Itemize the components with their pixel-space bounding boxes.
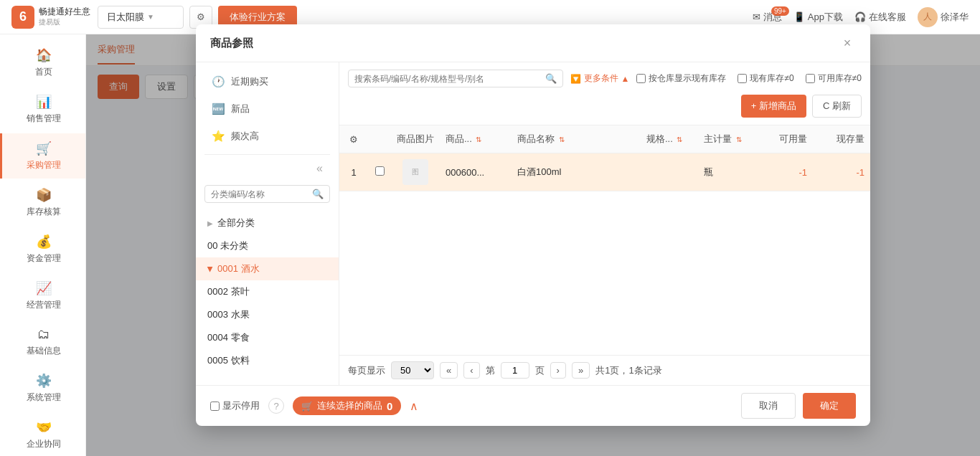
cb-warehouse-stock-input[interactable] bbox=[636, 74, 646, 83]
tree-item-snack[interactable]: 0004 零食 bbox=[196, 326, 339, 349]
col-avail-header: 可用量 bbox=[755, 125, 813, 153]
message-item[interactable]: ✉ 消息 99+ bbox=[753, 11, 782, 24]
cb-usable-stock-input[interactable] bbox=[806, 74, 815, 83]
col-check bbox=[368, 125, 391, 153]
prev-page-button[interactable]: ‹ bbox=[463, 362, 479, 379]
sidebar-item-operations[interactable]: 📈 经营管理 bbox=[0, 273, 85, 318]
filter-more-button[interactable]: 🔽 更多条件 ▲ bbox=[570, 72, 630, 85]
main-layout: 🏠 首页 📊 销售管理 🛒 采购管理 📦 库存核算 💰 资金管理 📈 经营管理 … bbox=[0, 34, 980, 456]
sidebar-label-purchase: 采购管理 bbox=[27, 159, 61, 171]
cb-available-stock-input[interactable] bbox=[738, 74, 747, 83]
show-disabled-checkbox[interactable]: 显示停用 bbox=[210, 399, 260, 412]
tree-item-all[interactable]: ▶ 全部分类 bbox=[196, 212, 339, 234]
close-icon[interactable]: × bbox=[839, 34, 856, 52]
nav-dropdown[interactable]: 日太阳膜 ▼ bbox=[98, 6, 184, 29]
page-input[interactable] bbox=[501, 362, 529, 379]
pagination-bar: 每页显示 20 50 100 « ‹ 第 页 › » 共1页，1条记录 bbox=[339, 355, 870, 385]
category-tree: ▶ 全部分类 00 未分类 ▶ 0001 酒水 0002 茶叶 bbox=[196, 209, 339, 378]
product-reference-modal: 商品参照 × 🕐 近期购买 🆕 新品 bbox=[196, 24, 870, 426]
sidebar-item-collab[interactable]: 🤝 企业协同 bbox=[0, 412, 85, 456]
cb-warehouse-stock[interactable]: 按仓库显示现有库存 bbox=[636, 72, 726, 85]
help-icon[interactable]: ? bbox=[268, 398, 284, 414]
tab-recent-buy[interactable]: 🕐 近期购买 bbox=[204, 70, 330, 94]
sidebar-item-home[interactable]: 🏠 首页 bbox=[0, 40, 85, 85]
tree-arrow-all: ▶ bbox=[207, 219, 213, 227]
row-checkbox[interactable] bbox=[375, 166, 385, 176]
collapse-panel-button[interactable]: « bbox=[312, 161, 327, 176]
first-page-button[interactable]: « bbox=[440, 362, 458, 379]
sidebar-item-system[interactable]: ⚙️ 系统管理 bbox=[0, 366, 85, 411]
tree-label-snack: 0004 零食 bbox=[207, 331, 250, 344]
sidebar-item-inventory[interactable]: 📦 库存核算 bbox=[0, 180, 85, 225]
username: 徐泽华 bbox=[941, 11, 969, 24]
product-search-icon[interactable]: 🔍 bbox=[545, 73, 557, 84]
tree-label-liquor: 0001 酒水 bbox=[217, 262, 260, 275]
service-icon: 🎧 bbox=[854, 11, 866, 22]
logo-text: 畅捷通好生意 bbox=[39, 6, 90, 18]
tree-item-liquor[interactable]: ▶ 0001 酒水 bbox=[196, 257, 339, 280]
cancel-button[interactable]: 取消 bbox=[741, 393, 796, 419]
col-unit-header[interactable]: 主计量 ⇅ bbox=[698, 125, 755, 153]
sidebar-item-purchase[interactable]: 🛒 采购管理 bbox=[0, 133, 85, 179]
product-table-area: ⚙ 商品图片 商品... ⇅ 商品名称 ⇅ bbox=[339, 125, 870, 355]
row-unit: 瓶 bbox=[698, 153, 755, 191]
filter-more-label: 更多条件 bbox=[584, 72, 618, 85]
tab-new-product[interactable]: 🆕 新品 bbox=[204, 97, 330, 121]
sidebar-item-finance[interactable]: 💰 资金管理 bbox=[0, 227, 85, 272]
tab-new-product-label: 新品 bbox=[231, 103, 250, 115]
product-search-input[interactable] bbox=[354, 74, 541, 84]
service-item[interactable]: 🎧 在线客服 bbox=[854, 11, 906, 24]
col-code-header[interactable]: 商品... ⇅ bbox=[440, 125, 512, 153]
sidebar-item-basics[interactable]: 🗂 基础信息 bbox=[0, 320, 85, 364]
table-row[interactable]: 1 图 000600... 白酒100ml bbox=[339, 153, 870, 191]
tree-label-all: 全部分类 bbox=[217, 217, 255, 229]
category-search-icon[interactable]: 🔍 bbox=[312, 189, 324, 199]
page-size-select[interactable]: 20 50 100 bbox=[391, 361, 434, 379]
col-name-header[interactable]: 商品名称 ⇅ bbox=[512, 125, 641, 153]
left-panel: 🕐 近期购买 🆕 新品 ⭐ 频次高 bbox=[196, 62, 339, 385]
recent-buy-icon: 🕐 bbox=[212, 75, 225, 88]
col-spec-label: 规格... bbox=[646, 133, 673, 144]
operations-icon: 📈 bbox=[36, 280, 52, 296]
user-item[interactable]: 人 徐泽华 bbox=[918, 7, 969, 27]
show-disabled-input[interactable] bbox=[210, 402, 220, 411]
cart-area[interactable]: 🛒 连续选择的商品 0 bbox=[293, 396, 401, 415]
sidebar-item-sales[interactable]: 📊 销售管理 bbox=[0, 87, 85, 132]
tree-item-tea[interactable]: 0002 茶叶 bbox=[196, 280, 339, 303]
tree-item-fruit[interactable]: 0003 水果 bbox=[196, 303, 339, 326]
logo-area: 6 畅捷通好生意 捷易版 bbox=[11, 6, 98, 29]
sidebar-label-inventory: 库存核算 bbox=[27, 206, 61, 218]
cb-usable-stock[interactable]: 可用库存≠0 bbox=[806, 72, 862, 85]
col-spec-sort-icon: ⇅ bbox=[677, 136, 682, 143]
row-avail: -1 bbox=[755, 153, 813, 191]
cb-available-stock[interactable]: 现有库存≠0 bbox=[738, 72, 793, 85]
add-product-button[interactable]: + 新增商品 bbox=[741, 95, 806, 118]
row-checkbox-cell[interactable] bbox=[368, 153, 391, 191]
checkbox-group: 按仓库显示现有库存 现有库存≠0 可用库存≠0 bbox=[636, 72, 862, 85]
tab-high-freq[interactable]: ⭐ 频次高 bbox=[204, 124, 330, 148]
inventory-icon: 📦 bbox=[36, 187, 52, 203]
dropdown-arrow-icon: ▼ bbox=[147, 13, 154, 21]
tree-item-uncategorized[interactable]: 00 未分类 bbox=[196, 234, 339, 257]
tab-high-freq-label: 频次高 bbox=[231, 130, 259, 143]
high-freq-icon: ⭐ bbox=[212, 130, 225, 143]
tree-label-uncategorized: 00 未分类 bbox=[207, 239, 248, 252]
category-search-input[interactable] bbox=[211, 189, 308, 199]
sidebar-label-home: 首页 bbox=[35, 66, 52, 78]
confirm-button[interactable]: 确定 bbox=[803, 393, 856, 419]
col-settings[interactable]: ⚙ bbox=[339, 125, 368, 153]
last-page-button[interactable]: » bbox=[572, 362, 590, 379]
cart-collapse-icon[interactable]: ∧ bbox=[410, 399, 418, 413]
col-spec-header[interactable]: 规格... ⇅ bbox=[641, 125, 698, 153]
tree-item-water[interactable]: 0008 水 bbox=[196, 372, 339, 378]
tree-item-drink[interactable]: 0005 饮料 bbox=[196, 349, 339, 372]
app-icon: 📱 bbox=[793, 11, 805, 22]
col-name-sort-icon: ⇅ bbox=[559, 136, 565, 143]
app-download-item[interactable]: 📱 App下载 bbox=[793, 11, 843, 24]
modal-title: 商品参照 bbox=[210, 37, 253, 50]
finance-icon: 💰 bbox=[36, 234, 52, 250]
next-page-button[interactable]: › bbox=[550, 362, 566, 379]
new-product-icon: 🆕 bbox=[212, 103, 225, 115]
sales-icon: 📊 bbox=[36, 94, 52, 110]
refresh-button[interactable]: C 刷新 bbox=[812, 95, 862, 118]
